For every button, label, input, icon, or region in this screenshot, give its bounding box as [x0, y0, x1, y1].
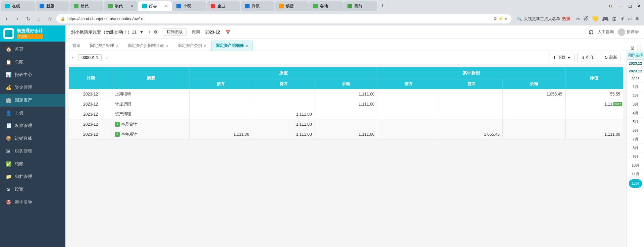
sidebar-item-ledger[interactable]: 📋 总账 [0, 56, 65, 68]
fixed-asset-table: 日期 摘要 原值 累计折旧 净值 借方 贷方 余额 借方 贷方 余额 [69, 67, 623, 139]
summary-icon-green: + [115, 122, 120, 127]
sidebar-item-reports[interactable]: 📊 报表中心 [0, 68, 65, 81]
translate-icon[interactable]: 译 [583, 15, 589, 22]
sidebar-item-home[interactable]: 🏠 首页 [0, 43, 65, 56]
sidebar-item-archive[interactable]: 📁 归档管理 [0, 170, 65, 183]
col-date-header: 日期 [69, 67, 112, 89]
browser-tab-new[interactable]: 新版 [36, 1, 69, 11]
next-page-btn[interactable]: › [104, 54, 110, 61]
tab-favicon [108, 4, 113, 8]
tab-close-fa-mgmt[interactable]: × [116, 44, 118, 48]
row1-accum-credit [440, 89, 503, 99]
period-month-5[interactable]: 5月 [627, 118, 644, 126]
page-number-display: 000001 1 [78, 54, 102, 61]
browser-tab-geshui[interactable]: 个税 [172, 1, 206, 11]
window-minimize-btn[interactable]: ─ [617, 3, 625, 9]
tab-fixed-asset-mgmt[interactable]: 固定资产管理 × [86, 41, 123, 51]
page-tabs-bar: 首页 固定资产管理 × 固定资产折旧统计表 × 固定资产类别 × 固定资产明细账… [65, 39, 644, 51]
grid-icon[interactable]: ⊞ [612, 16, 616, 22]
browser-tab-online[interactable]: 在线 [1, 1, 35, 11]
tab-depreciation-stats[interactable]: 固定资产折旧统计表 × [123, 41, 173, 51]
sidebar-item-tax[interactable]: 🏛 税务管理 [0, 145, 65, 158]
search-text: 央视更新主持人名单 [524, 16, 560, 22]
window-close-btn[interactable]: × [636, 3, 643, 9]
period-month-9[interactable]: 9月 [627, 152, 644, 161]
period-month-12[interactable]: 12月 [629, 179, 642, 188]
tab-asset-category[interactable]: 固定资产类别 × [173, 41, 211, 51]
period-month-6[interactable]: 6月 [627, 126, 644, 135]
back-button[interactable]: ‹ [3, 15, 11, 23]
period-month-4[interactable]: 4月 [627, 109, 644, 118]
period-month-2[interactable]: 2月 [627, 91, 644, 100]
address-extra-icons: ⚙ ⚡ ∨ [493, 16, 507, 21]
sidebar-item-payroll[interactable]: 👤 工资 [0, 107, 65, 119]
print-button[interactable]: 🖨 打印 [577, 53, 598, 62]
prev-page-btn[interactable]: ‹ [69, 54, 76, 61]
period-month-3[interactable]: 3月 [627, 100, 644, 109]
browser-tab-haokuai[interactable]: 好会 × [138, 1, 172, 11]
tab-depreciation-stats-label: 固定资产折旧统计表 [128, 43, 164, 49]
content-toolbar: ‹ 000001 1 › ⬇ 下载 ▼ 🖨 打印 ↻ [65, 51, 644, 64]
new-tab-button[interactable]: + [378, 1, 387, 11]
settings-small-icon[interactable]: ⚙ [154, 29, 158, 35]
sidebar-item-funds[interactable]: 💰 资金管理 [0, 81, 65, 94]
brightness-icon[interactable]: ☀ [620, 16, 625, 22]
avatar [618, 28, 625, 36]
period-month-10[interactable]: 10月 [627, 161, 644, 170]
period-month-11[interactable]: 11月 [627, 170, 644, 179]
calendar-icon[interactable]: 📅 [225, 30, 230, 35]
tab-favicon [74, 4, 78, 8]
row4-accum-credit [440, 119, 503, 129]
history-icon[interactable]: ↩ [628, 16, 632, 22]
help-label[interactable]: 人工咨询 [598, 29, 614, 35]
period-month-1[interactable]: 1月 [627, 83, 644, 91]
sidebar-label-tax: 税务管理 [15, 148, 32, 154]
row2-summary: 计提折旧 [112, 99, 190, 109]
tab-close-detail[interactable]: × [246, 44, 248, 48]
browser-tab-muqian[interactable]: 目前 [343, 1, 377, 11]
address-box[interactable]: 🔒 https://cloud.chanjet.com/accounting/u… [56, 14, 512, 23]
download-button[interactable]: ⬇ 下载 ▼ [549, 53, 575, 62]
tab-close-dep-stats[interactable]: × [166, 44, 168, 48]
period-year-2023[interactable]: 2023 [627, 75, 644, 83]
address-bar-row: ‹ › ↻ ⌂ ☆ 🔒 https://cloud.chanjet.com/ac… [0, 12, 644, 25]
sidebar-item-closing[interactable]: ✅ 结账 [0, 158, 65, 170]
browser-tab-yidai2[interactable]: 易代 × [104, 1, 138, 11]
sidebar-item-invoice[interactable]: 🧾 发票管理 [0, 119, 65, 132]
game-icon[interactable]: 🎮 [602, 16, 609, 22]
browser-tab-gedi[interactable]: 各地 [309, 1, 343, 11]
tab-close-icon[interactable]: × [131, 3, 133, 9]
sidebar-item-guide[interactable]: 🎯 新手引导 [0, 196, 65, 208]
menu-icon[interactable]: ≡ [636, 16, 639, 22]
add-account-btn[interactable]: + [148, 29, 151, 35]
bookmark-button[interactable]: ☆ [46, 15, 54, 23]
tab-expand-icon[interactable]: ⛶ [637, 45, 641, 51]
tab-home[interactable]: 首页 [68, 41, 85, 51]
dropdown-icon[interactable]: ▼ [139, 29, 144, 35]
browser-tab-tencent[interactable]: 腾讯 [241, 1, 274, 11]
forward-button[interactable]: › [13, 15, 21, 23]
tab-close-icon[interactable]: × [165, 3, 168, 9]
browser-tab-changjie[interactable]: 畅捷 [275, 1, 309, 11]
sidebar-item-settings[interactable]: ⚙ 设置 [0, 183, 65, 196]
window-maximize-btn[interactable]: □ [627, 3, 633, 9]
tab-fullscreen-exit-icon[interactable]: ⊠ [631, 45, 635, 51]
switch-btn[interactable]: 切到旧版 [163, 28, 186, 36]
sidebar-label-fixed-assets: 固定资产 [15, 97, 32, 103]
sidebar-item-inventory[interactable]: 📦 进销台账 [0, 132, 65, 145]
headset-icon: 🎧 [589, 30, 594, 35]
reload-button[interactable]: ↻ [24, 15, 32, 23]
sidebar-item-fixed-assets[interactable]: 🏢 固定资产 [0, 94, 65, 107]
browser-tab-yidai1[interactable]: 易代 [70, 1, 103, 11]
tab-close-category[interactable]: × [204, 44, 206, 48]
scissors-icon[interactable]: ✂ [576, 16, 580, 22]
browser-tab-qiye[interactable]: 企业 [207, 1, 240, 11]
wallet-icon[interactable]: 💛 [592, 16, 599, 22]
sidebar-label-inventory: 进销台账 [15, 135, 32, 141]
refresh-button[interactable]: ↻ 刷新 [601, 53, 621, 62]
tab-asset-detail[interactable]: 固定资产明细账 × [211, 41, 253, 51]
home-button[interactable]: ⌂ [35, 15, 43, 23]
period-month-7[interactable]: 7月 [627, 135, 644, 144]
year-badge: 2023 [613, 102, 622, 106]
period-month-8[interactable]: 8月 [627, 144, 644, 152]
